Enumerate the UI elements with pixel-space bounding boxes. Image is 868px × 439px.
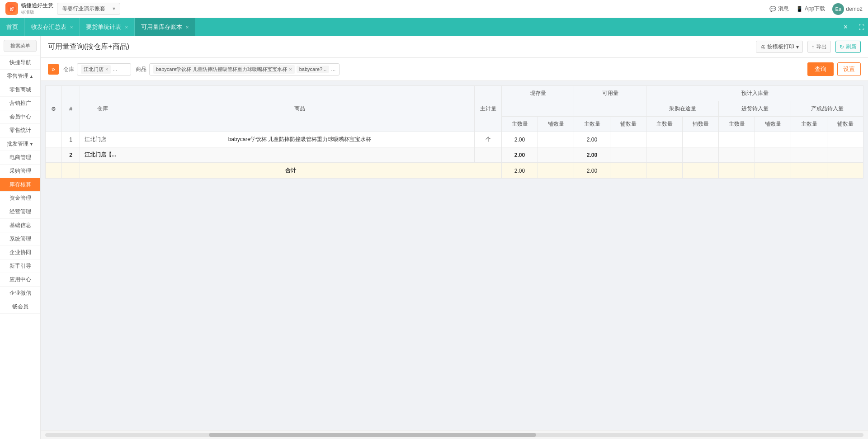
tab-home-label: 首页 xyxy=(6,23,18,31)
sidebar-item-member-center[interactable]: 会员中心 xyxy=(0,110,40,124)
warehouse-input[interactable]: 江北门店 × ... xyxy=(77,63,131,76)
row-available-main: 2.00 xyxy=(574,132,610,147)
tab-available-stock[interactable]: 可用量库存账本 × xyxy=(135,18,195,36)
expand-btn[interactable]: ⛶ xyxy=(855,18,868,36)
store-name: 母婴行业演示账套 xyxy=(62,5,105,13)
warehouse-tag: 江北门店 × xyxy=(81,65,111,74)
sidebar-item-enterprise[interactable]: 企业协同 xyxy=(0,246,40,260)
stock-aux-header: 辅数量 xyxy=(538,117,574,132)
app-download-btn[interactable]: 📱 App下载 xyxy=(796,5,825,13)
footer-available-aux xyxy=(610,163,646,179)
close-all-tabs-btn[interactable]: × xyxy=(838,18,853,36)
sidebar-item-app-label: 应用中心 xyxy=(9,276,31,283)
sidebar-item-wholesale-mgmt[interactable]: 批发管理 ▼ xyxy=(0,137,40,151)
row-incoming-main xyxy=(719,147,755,163)
warehouse-filter: 仓库 江北门店 × ... xyxy=(63,63,131,76)
product-filter: 商品 babycare学饮杯 儿童防摔防撞吸管杯重力球吸嘴杯宝宝水杯 × bab… xyxy=(136,63,340,76)
app-icon: 📱 xyxy=(796,6,803,12)
sidebar: 搜索菜单 快捷导航 零售管理 ▲ 零售商城 营销推广 会员中心 零售统计 批发管… xyxy=(0,36,41,439)
sidebar-item-wechat[interactable]: 企业微信 xyxy=(0,287,40,300)
user-label: demo2 xyxy=(846,6,863,12)
sidebar-item-business[interactable]: 经营管理 xyxy=(0,205,40,219)
brand-logo: 好 畅捷通好生意 标准版 xyxy=(5,2,53,15)
col-gear[interactable]: ⚙ xyxy=(46,86,62,132)
sidebar-item-finance[interactable]: 资金管理 xyxy=(0,192,40,205)
sidebar-item-retail-mgmt[interactable]: 零售管理 ▲ xyxy=(0,70,40,83)
export-icon: ↑ xyxy=(811,44,814,50)
sidebar-item-purchase[interactable]: 采购管理 xyxy=(0,165,40,178)
top-bar: 好 畅捷通好生意 标准版 母婴行业演示账套 ▾ 💬 消息 📱 App下载 Ea … xyxy=(0,0,868,18)
main-layout: 搜索菜单 快捷导航 零售管理 ▲ 零售商城 营销推广 会员中心 零售统计 批发管… xyxy=(0,36,868,439)
tab-order-stats-close[interactable]: × xyxy=(125,24,127,30)
store-selector[interactable]: 母婴行业演示账套 ▾ xyxy=(57,3,120,15)
sidebar-item-basic-label: 基础信息 xyxy=(9,222,31,228)
row-incoming-main xyxy=(719,132,755,147)
row-gear xyxy=(46,147,62,163)
tab-stock-summary[interactable]: 收发存汇总表 × xyxy=(25,18,80,36)
footer-production-main xyxy=(791,163,827,179)
app-download-label: App下载 xyxy=(805,5,825,13)
sidebar-item-newbie[interactable]: 新手引导 xyxy=(0,260,40,273)
tab-home[interactable]: 首页 xyxy=(0,18,25,36)
print-icon: 🖨 xyxy=(760,44,765,50)
print-btn[interactable]: 🖨 按模板打印 ▾ xyxy=(756,41,803,53)
product-more-btn[interactable]: ... xyxy=(331,66,335,72)
scrollbar-track xyxy=(45,433,863,437)
product-input[interactable]: babycare学饮杯 儿童防摔防撞吸管杯重力球吸嘴杯宝宝水杯 × babyca… xyxy=(149,63,340,76)
row-unit xyxy=(475,147,502,163)
top-bar-left: 好 畅捷通好生意 标准版 母婴行业演示账套 ▾ xyxy=(5,2,120,15)
col-production-header: 产成品待入量 xyxy=(791,101,863,117)
message-btn[interactable]: 💬 消息 xyxy=(769,5,789,13)
sidebar-item-inventory[interactable]: 库存核算 xyxy=(0,178,40,192)
tab-stock-summary-label: 收发存汇总表 xyxy=(31,23,66,31)
row-available-aux xyxy=(610,132,646,147)
query-btn[interactable]: 查询 xyxy=(807,62,834,76)
footer-purchase-main xyxy=(646,163,683,179)
settings-btn[interactable]: 设置 xyxy=(837,62,861,76)
sidebar-item-marketing[interactable]: 营销推广 xyxy=(0,97,40,110)
table-row: 1 江北门店 babycare学饮杯 儿童防摔防撞吸管杯重力球吸嘴杯宝宝水杯 个… xyxy=(46,132,863,147)
sidebar-item-system[interactable]: 系统管理 xyxy=(0,232,40,246)
table-footer-row: 合计 2.00 2.00 xyxy=(46,163,863,179)
brand-title: 畅捷通好生意 xyxy=(21,2,53,9)
bottom-scrollbar[interactable] xyxy=(41,430,868,439)
row-incoming-aux xyxy=(755,147,791,163)
col-stock-sub xyxy=(502,101,574,117)
user-info[interactable]: Ea demo2 xyxy=(832,3,863,15)
sidebar-item-retail-stats[interactable]: 零售统计 xyxy=(0,124,40,137)
tab-stock-summary-close[interactable]: × xyxy=(70,24,73,30)
footer-production-aux xyxy=(827,163,863,179)
col-unit-header: 主计量 xyxy=(475,86,502,132)
sidebar-item-retail-mall[interactable]: 零售商城 xyxy=(0,83,40,97)
toggle-icon: » xyxy=(52,66,55,73)
col-purchase-transit-header: 采购在途量 xyxy=(646,101,719,117)
product-tag1-remove[interactable]: × xyxy=(289,66,292,72)
tab-available-stock-label: 可用量库存账本 xyxy=(141,23,182,31)
sidebar-item-basic-info[interactable]: 基础信息 xyxy=(0,219,40,232)
sidebar-item-shortcut[interactable]: 快捷导航 xyxy=(0,56,40,70)
purchase-main-header: 主数量 xyxy=(646,117,683,132)
row-production-main xyxy=(791,132,827,147)
sidebar-item-wholesale-label: 批发管理 xyxy=(7,140,28,148)
warehouse-tag-remove[interactable]: × xyxy=(105,66,108,72)
sidebar-item-ecommerce-label: 电商管理 xyxy=(9,154,31,160)
warehouse-more-btn[interactable]: ... xyxy=(113,66,117,72)
sidebar-item-member[interactable]: 畅会员 xyxy=(0,300,40,314)
content-area: 可用量查询(按仓库+商品) 🖨 按模板打印 ▾ ↑ 导出 ↻ 刷新 xyxy=(41,36,868,439)
search-menu-btn[interactable]: 搜索菜单 xyxy=(4,40,37,52)
refresh-btn[interactable]: ↻ 刷新 xyxy=(835,41,861,53)
row-warehouse: 江北门店 xyxy=(80,132,125,147)
tab-available-stock-close[interactable]: × xyxy=(186,24,189,30)
incoming-aux-header: 辅数量 xyxy=(755,117,791,132)
col-available-header: 可用量 xyxy=(574,86,646,101)
tab-order-stats[interactable]: 要货单统计表 × xyxy=(80,18,134,36)
sidebar-item-newbie-label: 新手引导 xyxy=(9,263,31,269)
avatar: Ea xyxy=(832,3,844,15)
export-btn[interactable]: ↑ 导出 xyxy=(807,41,831,53)
triangle-icon: ▲ xyxy=(29,74,33,79)
sidebar-item-app-center[interactable]: 应用中心 xyxy=(0,273,40,287)
page-header-actions: 🖨 按模板打印 ▾ ↑ 导出 ↻ 刷新 xyxy=(756,41,861,57)
sidebar-item-ecommerce[interactable]: 电商管理 xyxy=(0,151,40,165)
row-no: 2 xyxy=(62,147,80,163)
filter-toggle-btn[interactable]: » xyxy=(48,64,59,75)
